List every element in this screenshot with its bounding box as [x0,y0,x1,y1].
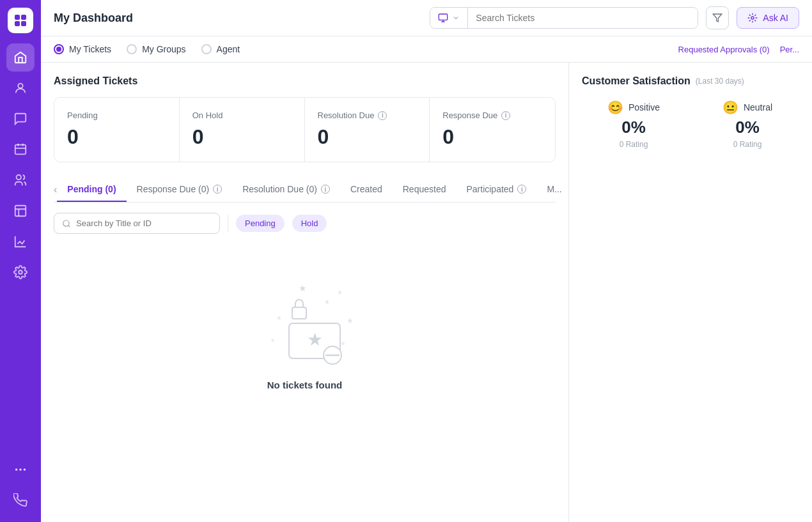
stat-pending: Pending 0 [54,98,180,162]
neutral-label: Neutral [744,102,772,112]
stat-on-hold: On Hold 0 [180,98,305,162]
positive-rating: 0 Rating [620,140,648,149]
filter-button[interactable] [706,6,729,29]
response-due-tab-info: i [213,185,222,194]
svg-text:★: ★ [306,330,322,349]
stat-response-due-label: Response Due i [442,111,542,120]
radio-agent [201,44,212,54]
svg-rect-1 [21,15,26,20]
stat-resolution-due-label: Resolution Due i [318,111,417,120]
sidebar-item-reports[interactable] [6,227,35,256]
sidebar-item-more[interactable] [6,456,35,484]
sidebar [0,0,41,522]
global-search-wrapper [430,7,698,29]
svg-rect-23 [292,307,306,319]
satisfaction-header: Customer Satisfaction (Last 30 days) [582,75,799,87]
view-tabs-bar: My Tickets My Groups Agent Requested App… [41,36,812,63]
tab-my-tickets[interactable]: My Tickets [54,44,111,54]
search-divider [228,215,228,233]
svg-rect-12 [439,14,448,20]
sidebar-item-contacts[interactable] [6,74,35,102]
svg-rect-5 [15,145,26,155]
sidebar-item-users[interactable] [6,166,35,194]
radio-my-groups [127,44,137,54]
positive-label: Positive [629,102,660,112]
sidebar-item-tickets[interactable] [6,135,35,164]
svg-text:★: ★ [347,316,354,325]
ticket-search-input[interactable] [76,219,212,228]
neutral-icon: 😐 [722,100,738,115]
header: My Dashboard Ask AI [41,0,812,36]
svg-rect-0 [15,15,20,20]
sidebar-item-library[interactable] [6,197,35,225]
stat-response-due: Response Due i 0 [430,98,555,162]
radio-dot [56,47,61,52]
radio-my-tickets [54,44,64,54]
positive-percentage: 0% [621,118,646,137]
tab-my-groups[interactable]: My Groups [127,44,185,54]
svg-text:★: ★ [276,314,282,321]
ask-ai-label: Ask AI [763,13,788,23]
filter-hold-chip[interactable]: Hold [292,215,327,232]
subtab-requested[interactable]: Requested [393,178,457,202]
svg-point-10 [20,469,21,470]
ticket-sub-tabs: ‹ Pending (0) Response Due (0) i Resolut… [54,178,556,203]
svg-rect-2 [15,21,20,26]
assigned-tickets-title: Assigned Tickets [54,75,556,87]
subtab-created[interactable]: Created [340,178,393,202]
per-link[interactable]: Per... [780,45,799,54]
stat-pending-label: Pending [67,111,166,120]
subtab-more[interactable]: M... [536,178,569,202]
global-search-input[interactable] [468,8,698,28]
empty-illustration: ★ ★ ★ ★ ★ ★ ★ ★ [241,272,369,374]
tab-agent[interactable]: Agent [201,44,240,54]
svg-text:★: ★ [340,340,346,347]
right-panel: Customer Satisfaction (Last 30 days) 😊 P… [569,63,812,522]
svg-rect-7 [15,206,26,217]
resolution-due-info-icon: i [378,111,387,120]
sidebar-item-conversations[interactable] [6,105,35,133]
sidebar-item-phone[interactable] [6,486,35,514]
stat-on-hold-label: On Hold [192,111,292,120]
main-content: My Dashboard Ask AI My Tickets My Groups [41,0,812,522]
sidebar-item-settings[interactable] [6,258,35,286]
svg-point-4 [18,84,22,88]
svg-point-6 [17,175,21,180]
ai-icon [747,13,758,23]
filter-pending-chip[interactable]: Pending [236,215,285,232]
satisfaction-positive: 😊 Positive 0% 0 Rating [582,100,685,149]
svg-marker-13 [714,14,722,22]
subtab-participated[interactable]: Participated i [456,178,536,202]
neutral-percentage: 0% [735,118,760,137]
svg-text:★: ★ [299,283,307,293]
ask-ai-button[interactable]: Ask AI [737,7,799,29]
satisfaction-grid: 😊 Positive 0% 0 Rating 😐 Neutral 0% 0 Ra… [582,100,799,149]
positive-icon: 😊 [607,100,623,115]
requested-approvals-link[interactable]: Requested Approvals (0) [678,45,770,54]
ticket-search-box [54,213,220,234]
satisfaction-neutral: 😐 Neutral 0% 0 Rating [696,100,799,149]
left-panel: Assigned Tickets Pending 0 On Hold 0 [41,63,569,522]
ticket-search-icon [62,219,71,228]
page-title: My Dashboard [54,12,422,25]
stat-on-hold-value: 0 [192,125,292,149]
svg-text:★: ★ [337,289,343,296]
svg-text:★: ★ [324,298,330,305]
empty-state-message: No tickets found [267,380,343,390]
sidebar-item-home[interactable] [6,43,35,72]
subtab-resolution-due[interactable]: Resolution Due (0) i [232,178,340,202]
subtab-response-due[interactable]: Response Due (0) i [127,178,233,202]
stat-pending-value: 0 [67,125,166,149]
stat-resolution-due-value: 0 [318,125,417,149]
subtab-pending[interactable]: Pending (0) [57,178,126,202]
neutral-rating: 0 Rating [733,140,762,149]
filter-icon [712,13,722,23]
chevron-down-icon [452,14,460,22]
svg-point-14 [751,17,754,19]
response-due-info-icon: i [501,111,510,120]
satisfaction-subtitle: (Last 30 days) [696,77,744,86]
resolution-due-tab-info: i [321,185,330,194]
search-type-button[interactable] [430,8,468,28]
svg-point-15 [63,220,69,226]
satisfaction-title: Customer Satisfaction [582,75,691,87]
